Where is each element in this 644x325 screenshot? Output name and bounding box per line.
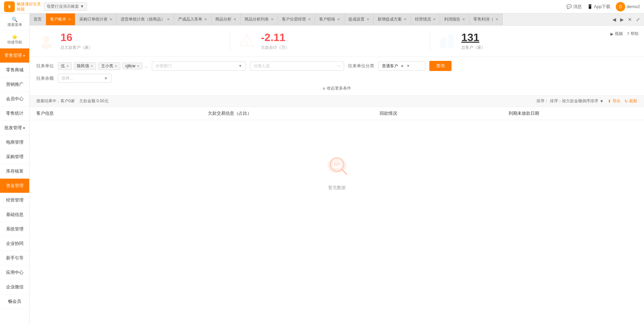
video-link[interactable]: ▶ 视频 <box>610 31 623 37</box>
tab-close-production-in[interactable]: ✕ <box>204 17 207 21</box>
svg-point-0 <box>43 36 50 43</box>
tab-business-situation[interactable]: 经营情况 ✕ <box>411 13 440 26</box>
data-table: 客户信息 欠款交易信息（占比） 回款情况 到期未放款日期 <box>30 107 644 218</box>
tab-close-commission-settings[interactable]: ✕ <box>367 17 369 21</box>
tab-close-customer-ledger[interactable]: ✕ <box>68 17 71 21</box>
tag-chen-close[interactable]: ✕ <box>90 64 93 68</box>
results-bar-right: 排序： 排序：按欠款金额倒序排序 ▼ ⬆ 导出 ↻ 刷新 <box>536 98 637 104</box>
balance-select[interactable]: 选择... ▼ <box>58 74 112 83</box>
stats-actions: ▶ 视频 ? 帮助 <box>610 31 639 37</box>
sort-btn[interactable]: 排序： 排序：按欠款金额倒序排序 ▼ <box>536 98 604 104</box>
sidebar-item-operations[interactable]: 经营管理 <box>0 193 29 208</box>
layout: 🔍 搜索菜单 ⭐ 快捷导航 零售管理 ▾ 零售商城 营销推广 会员中心 零售统计… <box>0 0 644 325</box>
help-link[interactable]: ? 帮助 <box>627 31 639 37</box>
svg-rect-9 <box>452 37 453 39</box>
logo-icon: ¥ <box>4 1 15 12</box>
tab-goods-in-stats[interactable]: 进货单统计表（按商品） ✕ <box>117 13 174 26</box>
svg-rect-6 <box>442 39 444 41</box>
tab-retail-profit[interactable]: 零售利润（ ✕ <box>469 13 503 26</box>
tab-purchase-order-stats[interactable]: 采购订单统计表 ✕ <box>75 13 117 26</box>
tag-wu: 伍 ✕ <box>58 62 72 70</box>
balance-filter-label: 往来余额 <box>36 75 54 81</box>
sidebar-item-beginner-guide[interactable]: 新手引导 <box>0 251 29 265</box>
tab-profit-report[interactable]: 利润报告 ✕ <box>440 13 469 26</box>
filter-more-btn[interactable]: ... <box>144 64 148 68</box>
svg-rect-10 <box>449 40 450 42</box>
arrears-label: 欠款合计（万） <box>261 45 289 50</box>
category-select[interactable]: 普通客户 ✕ ▼ <box>378 62 425 71</box>
tab-customer-contact[interactable]: 客户联络 ✕ <box>315 13 344 26</box>
avatar: D <box>616 2 625 11</box>
tab-product-analysis[interactable]: 商品分析 ✕ <box>211 13 241 26</box>
tab-expand-btn[interactable]: ⤢ <box>635 16 641 23</box>
sidebar-item-retail-mall[interactable]: 零售商城 <box>0 63 29 77</box>
all-customers-label: 总客户（家） <box>461 45 485 50</box>
tab-home[interactable]: 首页 <box>30 13 46 26</box>
account-selector[interactable]: 母婴行业演示账套 ▼ <box>44 2 87 11</box>
tab-close-product-analysis[interactable]: ✕ <box>233 17 236 21</box>
tab-close-goods-in-stats[interactable]: ✕ <box>167 17 170 21</box>
tab-close-add-commission[interactable]: ✕ <box>404 17 406 21</box>
sidebar-search-btn[interactable]: 🔍 搜索菜单 <box>0 13 29 31</box>
sidebar-item-vip-member[interactable]: 畅会员 <box>0 294 29 309</box>
sidebar-item-enterprise-collab[interactable]: 企业协同 <box>0 237 29 251</box>
tab-prev-btn[interactable]: ◀ <box>611 16 617 23</box>
empty-text: 暂无数据 <box>328 185 346 191</box>
sidebar-item-ecommerce[interactable]: 电商管理 <box>0 135 29 150</box>
sidebar-item-retail-mgmt[interactable]: 零售管理 ▾ <box>0 48 29 63</box>
tab-close-customer-tier[interactable]: ✕ <box>308 17 311 21</box>
tab-close-all-btn[interactable]: ✕ <box>627 16 633 23</box>
sidebar-item-retail-stats[interactable]: 零售统计 <box>0 106 29 121</box>
tab-close-customer-contact[interactable]: ✕ <box>337 17 340 21</box>
tab-close-profit-report[interactable]: ✕ <box>462 17 465 21</box>
sidebar-item-member-center[interactable]: 会员中心 <box>0 92 29 106</box>
sidebar-item-inventory[interactable]: 库存核算 <box>0 164 29 179</box>
empty-icon <box>320 147 354 181</box>
dept-dropdown[interactable]: 分管部门 ▼ <box>152 62 246 71</box>
filter-row-1: 往来单位 伍 ✕ 陈民强 ✕ 王小亮 ✕ <box>36 61 637 71</box>
refresh-btn[interactable]: ↻ 刷新 <box>625 98 637 104</box>
total-customers-label: 总欠款客户（家） <box>60 45 93 50</box>
query-button[interactable]: 查询 <box>429 61 452 71</box>
tab-next-btn[interactable]: ▶ <box>619 16 625 23</box>
top-bar-right: 💬 消息 📱 App下载 D demo2 <box>566 2 640 11</box>
total-customers-value: 16 <box>60 32 93 43</box>
tab-close-purchase-order-stats[interactable]: ✕ <box>110 17 112 21</box>
sidebar-item-enterprise-wechat[interactable]: 企业微信 <box>0 280 29 294</box>
results-bar: 搜索结果中，客户0家 欠款金额 0.00元 排序： 排序：按欠款金额倒序排序 ▼… <box>30 96 644 107</box>
tab-customer-tier[interactable]: 客户分层经营 ✕ <box>278 13 315 26</box>
sidebar-item-basic-info[interactable]: 基础信息 <box>0 208 29 222</box>
sidebar-item-finance[interactable]: 资金管理 <box>0 179 29 193</box>
sidebar-item-marketing[interactable]: 营销推广 <box>0 77 29 92</box>
sidebar-item-app-center[interactable]: 应用中心 <box>0 265 29 280</box>
stat-all-customers: 131 总客户（家） <box>437 31 631 51</box>
export-btn[interactable]: ⬆ 导出 <box>608 98 620 104</box>
collapse-btn[interactable]: ∧ 收起更多条件 <box>36 85 637 91</box>
tab-close-product-analysis-list[interactable]: ✕ <box>271 17 273 21</box>
tab-product-analysis-list[interactable]: 商品分析列表 ✕ <box>241 13 278 26</box>
tab-close-business-situation[interactable]: ✕ <box>433 17 436 21</box>
message-btn[interactable]: 💬 消息 <box>566 4 582 10</box>
sidebar-item-system[interactable]: 系统管理 <box>0 222 29 237</box>
filter-area: 往来单位 伍 ✕ 陈民强 ✕ 王小亮 ✕ <box>30 57 644 96</box>
user-menu[interactable]: D demo2 <box>616 2 640 11</box>
tab-commission-settings[interactable]: 提成设置 ✕ <box>344 13 374 26</box>
results-summary: 搜索结果中，客户0家 欠款金额 0.00元 <box>36 98 109 104</box>
tab-add-commission[interactable]: 新增提成方案 ✕ <box>374 13 411 26</box>
tag-cjttcw-close[interactable]: ✕ <box>137 64 139 68</box>
app-download-btn[interactable]: 📱 App下载 <box>587 4 610 10</box>
customer-filter-label: 往来单位 <box>36 63 54 69</box>
tab-close-retail-profit[interactable]: ✕ <box>496 17 498 21</box>
tag-wu-close[interactable]: ✕ <box>66 64 69 68</box>
category-clear[interactable]: ✕ <box>401 64 403 68</box>
person-dropdown[interactable]: 分管人员 ··· <box>250 62 344 71</box>
tab-production-in[interactable]: 产成品入库单 ✕ <box>174 13 211 26</box>
top-bar-left: ¥ 畅捷通好生意 标版 母婴行业演示账套 ▼ <box>4 1 87 12</box>
arrears-value: -2.11 <box>261 32 289 43</box>
quick-nav-btn[interactable]: ⭐ 快捷导航 <box>0 31 29 48</box>
tag-wang-close[interactable]: ✕ <box>115 64 117 68</box>
tab-customer-ledger[interactable]: 客户账本 ✕ <box>46 13 75 26</box>
sidebar-item-purchase-mgmt[interactable]: 采购管理 <box>0 150 29 164</box>
sidebar-item-wholesale-mgmt[interactable]: 批发管理 ▾ <box>0 121 29 135</box>
tab-bar-actions: ◀ ▶ ✕ ⤢ <box>608 16 644 23</box>
